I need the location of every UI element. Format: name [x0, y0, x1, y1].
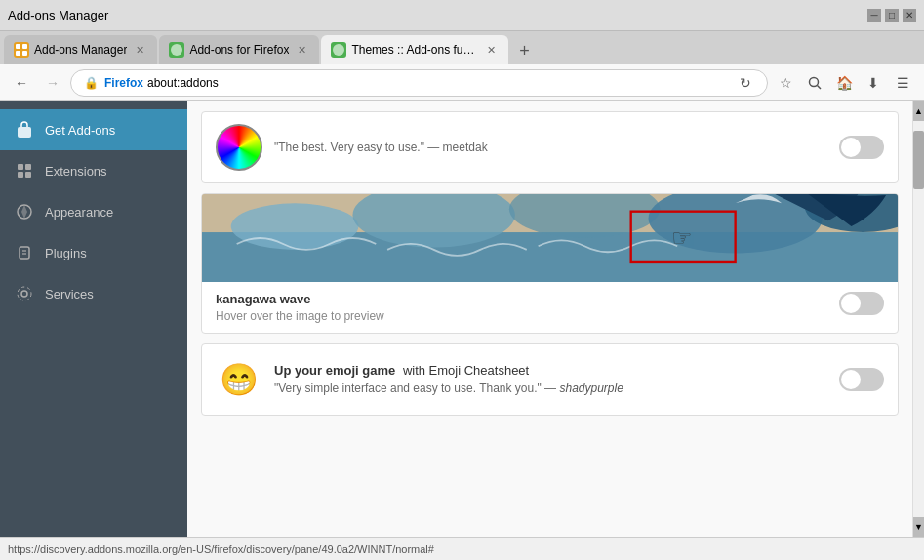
sidebar-label-appearance: Appearance: [45, 205, 113, 220]
theme-text-kanagawa: kanagawa wave Hover over the image to pr…: [216, 292, 829, 323]
scroll-up-button[interactable]: ▲: [913, 101, 924, 121]
plugin-icon: [14, 242, 35, 263]
scroll-thumb[interactable]: [913, 131, 924, 189]
addon-text-emoji: Up your emoji game with Emoji Cheatsheet…: [274, 363, 827, 397]
tab-close-3[interactable]: ✕: [483, 42, 499, 58]
theme-preview-kanagawa[interactable]: ☞: [202, 194, 898, 282]
theme-hint-kanagawa: Hover over the image to preview: [216, 309, 829, 323]
search-button[interactable]: [801, 69, 828, 97]
theme-name-kanagawa: kanagawa wave: [216, 292, 829, 306]
svg-rect-11: [18, 172, 23, 178]
emoji-icon: 😁: [216, 356, 262, 403]
svg-text:☞: ☞: [671, 224, 693, 251]
tab-close-2[interactable]: ✕: [294, 42, 309, 58]
addon-card-top-emoji: 😁 Up your emoji game with Emoji Cheatshe…: [202, 344, 898, 415]
svg-rect-1: [22, 44, 27, 49]
tab-icon-3: [331, 42, 346, 58]
scroll-track: [913, 121, 924, 517]
svg-rect-8: [18, 127, 31, 138]
svg-point-6: [810, 77, 819, 86]
back-button[interactable]: ←: [8, 69, 35, 97]
addon-title-text: Up your emoji game: [274, 363, 395, 378]
sidebar-label-plugins: Plugins: [45, 246, 87, 260]
svg-rect-12: [25, 172, 31, 178]
tab-label-1: Add-ons Manager: [34, 43, 127, 57]
title-bar: Add-ons Manager ─ □ ✕: [0, 0, 924, 31]
sidebar-label-services: Services: [45, 287, 94, 301]
svg-point-17: [21, 291, 27, 297]
theme-card-kanagawa: ☞ kanagawa wave Hover over the image to …: [201, 193, 899, 334]
sidebar: Get Add-ons Extensions Appearance Plugin…: [0, 101, 187, 537]
sidebar-item-appearance[interactable]: Appearance: [0, 191, 187, 232]
scroll-down-button[interactable]: ▼: [913, 517, 924, 537]
addon-title-emoji: Up your emoji game with Emoji Cheatsheet: [274, 363, 827, 378]
addon-toggle-colorwheel[interactable]: [839, 136, 884, 159]
tab-icon-2: [169, 42, 184, 58]
tab-addons-manager[interactable]: Add-ons Manager ✕: [4, 35, 157, 64]
svg-rect-2: [16, 51, 20, 56]
colorwheel-icon-wrap: [216, 124, 262, 171]
emoji-icon-wrap: 😁: [216, 356, 262, 403]
addon-toggle-emoji[interactable]: [839, 368, 884, 391]
svg-rect-9: [18, 164, 23, 170]
sidebar-item-get-addons[interactable]: Get Add-ons: [0, 109, 187, 150]
svg-point-21: [231, 203, 359, 250]
tab-themes[interactable]: Themes :: Add-ons fur Fi... ✕: [321, 35, 508, 64]
sidebar-item-plugins[interactable]: Plugins: [0, 232, 187, 273]
kanagawa-bg: ☞: [202, 194, 898, 282]
svg-rect-10: [25, 164, 31, 170]
firefox-label: Firefox: [104, 76, 143, 90]
svg-point-18: [18, 287, 31, 300]
title-bar-text: Add-ons Manager: [8, 8, 108, 22]
svg-rect-3: [22, 51, 27, 56]
sidebar-label-get-addons: Get Add-ons: [45, 123, 115, 138]
svg-point-4: [171, 44, 182, 56]
addon-card-colorwheel: "The best. Very easy to use." — meetdak: [201, 111, 899, 183]
tab-icon-1: [14, 42, 29, 58]
tab-label-2: Add-ons for Firefox: [189, 43, 289, 57]
nav-actions: ☆ 🏠 ⬇ ☰: [772, 69, 916, 97]
close-button[interactable]: ✕: [903, 9, 916, 22]
scrollbar[interactable]: ▲ ▼: [912, 101, 924, 537]
sidebar-item-services[interactable]: Services: [0, 273, 187, 314]
puzzle-icon: [14, 160, 35, 181]
svg-point-5: [333, 44, 344, 56]
svg-rect-14: [20, 247, 29, 259]
addon-text-colorwheel: "The best. Very easy to use." — meetdak: [274, 140, 827, 156]
maximize-button[interactable]: □: [885, 9, 899, 22]
svg-rect-0: [16, 44, 20, 49]
home-button[interactable]: 🏠: [830, 69, 858, 97]
status-bar: https://discovery.addons.mozilla.org/en-…: [0, 537, 924, 560]
services-icon: [14, 283, 35, 304]
tab-addons-firefox[interactable]: Add-ons for Firefox ✕: [159, 35, 319, 64]
download-button[interactable]: ⬇: [860, 69, 887, 97]
reload-button[interactable]: ↻: [734, 71, 757, 95]
paint-icon: [14, 201, 35, 222]
bag-icon: [14, 119, 35, 140]
theme-info-row-kanagawa: kanagawa wave Hover over the image to pr…: [202, 282, 898, 333]
emoji-grin: 😁: [220, 364, 259, 395]
new-tab-button[interactable]: +: [510, 37, 538, 64]
theme-toggle-kanagawa[interactable]: [839, 292, 884, 315]
sidebar-item-extensions[interactable]: Extensions: [0, 150, 187, 191]
settings-button[interactable]: ☰: [889, 69, 916, 97]
nav-bar: ← → 🔒 Firefox ↻ ☆ 🏠 ⬇ ☰: [0, 64, 924, 101]
minimize-button[interactable]: ─: [867, 9, 881, 22]
addon-desc-emoji: "Very simple interface and easy to use. …: [274, 380, 827, 397]
addon-card-top-colorwheel: "The best. Very easy to use." — meetdak: [202, 112, 898, 182]
status-url: https://discovery.addons.mozilla.org/en-…: [8, 543, 434, 555]
tab-label-3: Themes :: Add-ons fur Fi...: [351, 43, 478, 57]
color-wheel-icon: [216, 124, 262, 171]
sidebar-label-extensions: Extensions: [45, 164, 107, 179]
tab-close-1[interactable]: ✕: [132, 42, 147, 58]
bookmarks-button[interactable]: ☆: [772, 69, 799, 97]
addon-subtitle-emoji: with Emoji Cheatsheet: [403, 363, 529, 378]
security-icon: 🔒: [81, 73, 100, 93]
addon-quote-colorwheel: "The best. Very easy to use." — meetdak: [274, 140, 827, 156]
svg-line-7: [818, 85, 822, 89]
addon-author-text: shadypurple: [559, 381, 623, 395]
forward-button[interactable]: →: [39, 69, 66, 97]
url-input[interactable]: [147, 76, 730, 90]
main-layout: Get Add-ons Extensions Appearance Plugin…: [0, 101, 924, 537]
content-area[interactable]: "The best. Very easy to use." — meetdak: [187, 101, 912, 537]
